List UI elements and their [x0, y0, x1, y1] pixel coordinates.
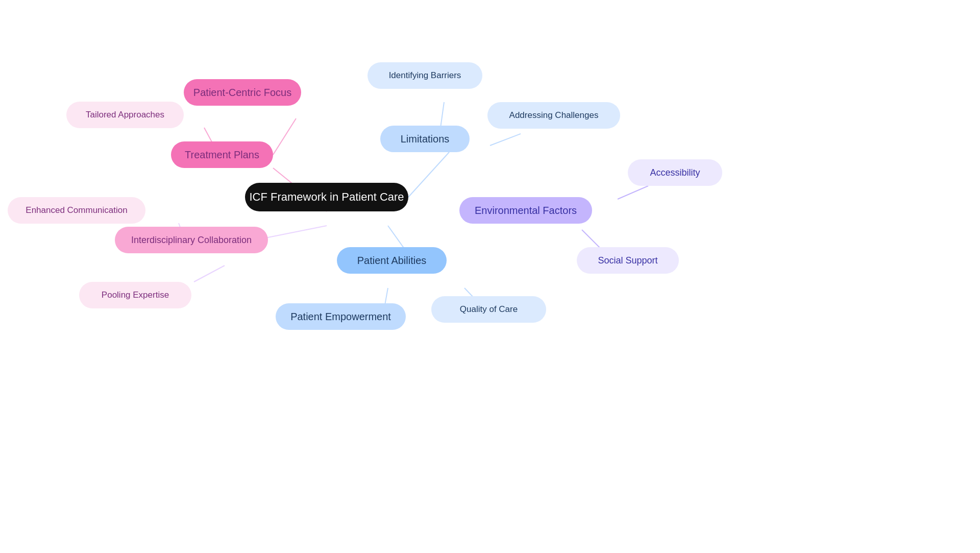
pooling-expertise-node: Pooling Expertise	[79, 282, 191, 308]
svg-line-10	[618, 186, 648, 199]
accessibility-node: Accessibility	[628, 159, 722, 186]
identifying-barriers-node: Identifying Barriers	[368, 62, 482, 89]
patient-empowerment-node: Patient Empowerment	[276, 303, 406, 330]
quality-of-care-node: Quality of Care	[431, 296, 546, 323]
interdisciplinary-node: Interdisciplinary Collaboration	[115, 227, 268, 253]
addressing-challenges-node: Addressing Challenges	[487, 102, 620, 129]
svg-line-1	[273, 118, 296, 155]
svg-line-6	[408, 152, 449, 197]
patient-abilities-node: Patient Abilities	[337, 247, 447, 274]
svg-line-8	[490, 134, 521, 146]
svg-line-5	[194, 266, 225, 282]
limitations-node: Limitations	[380, 126, 470, 152]
enhanced-communication-node: Enhanced Communication	[8, 197, 145, 224]
treatment-plans-node: Treatment Plans	[171, 141, 273, 168]
environmental-factors-node: Environmental Factors	[459, 197, 592, 224]
tailored-approaches-node: Tailored Approaches	[66, 102, 184, 128]
svg-line-3	[260, 226, 327, 239]
patient-centric-node: Patient-Centric Focus	[184, 79, 301, 106]
social-support-node: Social Support	[577, 247, 679, 274]
center-node: ICF Framework in Patient Care	[245, 183, 408, 211]
